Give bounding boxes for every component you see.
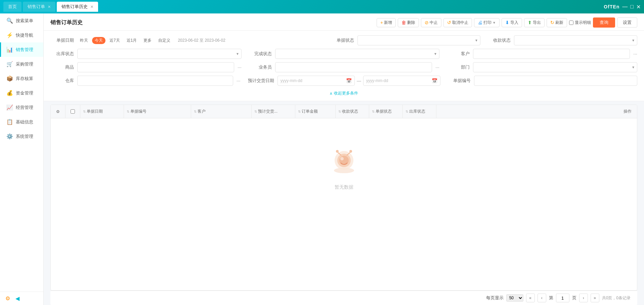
filter-field-complete-status: ▾ xyxy=(275,49,439,59)
sidebar-item-search-menu[interactable]: 🔍 搜索菜单 xyxy=(0,13,43,28)
th-delivery-sort-icon[interactable]: ⇅ xyxy=(254,110,257,113)
th-date-sort-icon[interactable]: ⇅ xyxy=(83,110,86,113)
th-outbound: ⇅ 出库状态 xyxy=(403,105,436,118)
date-chip-yesterday[interactable]: 昨天 xyxy=(77,37,91,44)
receipt-status-select[interactable]: ▾ xyxy=(514,35,637,45)
salesperson-dots-btn[interactable]: ··· xyxy=(435,65,439,70)
filter-label-customer: 客户 xyxy=(446,51,473,57)
page-size-select[interactable]: 50 10 20 100 xyxy=(506,294,523,302)
warehouse-dots-btn[interactable]: ··· xyxy=(237,78,241,83)
window-minimize-btn[interactable]: — xyxy=(622,4,628,10)
th-customer-sort-icon[interactable]: ⇅ xyxy=(194,110,197,113)
sidebar-item-finance-mgmt[interactable]: 💰 资金管理 xyxy=(0,86,43,100)
date-chip-today[interactable]: 今天 xyxy=(92,37,105,44)
complete-status-select[interactable]: ▾ xyxy=(275,49,439,59)
page-total: 共0页，0条记录 xyxy=(602,295,631,301)
sidebar-item-purchase-mgmt[interactable]: 🛒 采购管理 xyxy=(0,57,43,71)
th-no-sort-icon[interactable]: ⇅ xyxy=(127,110,129,113)
delivery-date-start-placeholder: yyyy-mm-dd xyxy=(281,78,302,83)
display-toggle[interactable]: 显示明细 xyxy=(569,20,591,26)
next-page-button[interactable]: › xyxy=(579,294,588,302)
th-amount-sort-icon[interactable]: ⇅ xyxy=(298,110,301,113)
sidebar-bottom: ⚙ ◀ xyxy=(0,292,43,305)
goods-dots-btn[interactable]: ··· xyxy=(238,65,242,70)
delivery-date-end-cal-icon[interactable]: 📅 xyxy=(432,78,437,83)
filter-label-bill-status: 单据状态 xyxy=(331,37,357,43)
th-outbound-sort-icon[interactable]: ⇅ xyxy=(405,110,408,113)
refresh-button[interactable]: ↻ 刷新 xyxy=(547,18,567,27)
th-receipt-sort-icon[interactable]: ⇅ xyxy=(338,110,341,113)
tab-sales-order[interactable]: 销售订单 ✕ xyxy=(23,2,55,12)
dept-select[interactable]: ▾ xyxy=(473,62,637,72)
salesperson-input[interactable] xyxy=(275,62,432,72)
query-button[interactable]: 查询 xyxy=(593,17,615,28)
first-page-button[interactable]: « xyxy=(526,294,535,302)
bill-no-input[interactable] xyxy=(474,76,637,86)
refresh-label: 刷新 xyxy=(555,20,563,26)
tab-home-label: 首页 xyxy=(8,4,17,10)
window-maximize-btn[interactable]: □ xyxy=(630,4,634,10)
date-chip-1month[interactable]: 近1月 xyxy=(124,37,140,44)
date-chip-7days[interactable]: 近7天 xyxy=(107,37,123,44)
display-toggle-checkbox[interactable] xyxy=(569,21,573,25)
delivery-date-start-cal-icon[interactable]: 📅 xyxy=(346,78,352,83)
sidebar-item-inventory-mgmt[interactable]: 📦 库存核算 xyxy=(0,71,43,86)
th-check[interactable] xyxy=(66,105,80,118)
filter-label-dept: 部门 xyxy=(446,64,473,70)
sidebar-item-sys-mgmt[interactable]: ⚙️ 系统管理 xyxy=(0,129,43,144)
sidebar-item-quick-nav-label: 快捷导航 xyxy=(16,32,33,38)
empty-text: 暂无数据 xyxy=(335,184,353,190)
goods-input[interactable] xyxy=(77,62,234,72)
page-word: 第 xyxy=(549,295,553,301)
th-amount-label: 订单金额 xyxy=(302,109,318,114)
sidebar-collapse-icon[interactable]: ◀ xyxy=(15,295,19,302)
stop-icon: ⊘ xyxy=(425,20,429,25)
last-page-button[interactable]: » xyxy=(591,294,599,302)
date-chip-custom[interactable]: 自定义 xyxy=(156,37,173,44)
th-delivery: ⇅ 预计交货... xyxy=(252,105,295,118)
tab-sales-order-history-close[interactable]: ✕ xyxy=(90,5,93,9)
delete-button[interactable]: 🗑 删除 xyxy=(398,18,419,27)
select-all-checkbox[interactable] xyxy=(71,109,75,114)
window-close-btn[interactable]: ✕ xyxy=(636,4,641,10)
collapse-label: 收起更多条件 xyxy=(334,90,358,96)
tab-home[interactable]: 首页 xyxy=(3,2,22,12)
table-area: ⚙ ⇅ 单据日期 ⇅ 单据编号 ⇅ 客户 ⇅ xyxy=(50,105,637,291)
table-empty-state: 暂无数据 xyxy=(51,118,637,211)
filter-label-salesperson: 业务员 xyxy=(248,64,275,70)
sidebar-item-sales-mgmt[interactable]: 📊 销售管理 xyxy=(0,42,43,57)
stop-button[interactable]: ⊘ 中止 xyxy=(421,18,441,27)
collapse-bar[interactable]: ∧ 收起更多条件 xyxy=(50,89,637,96)
bill-status-select[interactable]: ▾ xyxy=(357,35,481,45)
delivery-date-start[interactable]: yyyy-mm-dd 📅 xyxy=(277,76,355,86)
tab-sales-order-close[interactable]: ✕ xyxy=(48,5,51,9)
customer-dots-btn[interactable]: ··· xyxy=(633,51,637,56)
table-footer: 每页显示 50 10 20 100 « ‹ 第 页 › » 共0页，0条记录 xyxy=(50,291,637,305)
main-layout: 🔍 搜索菜单 ⚡ 快捷导航 📊 销售管理 🛒 采购管理 📦 库存核算 💰 资金管… xyxy=(0,13,644,305)
delivery-date-end[interactable]: yyyy-mm-dd 📅 xyxy=(363,76,440,86)
cancel-stop-button[interactable]: ↺ 取消中止 xyxy=(443,18,472,27)
tab-sales-order-history[interactable]: 销售订单历史 ✕ xyxy=(57,2,98,12)
sidebar-settings-icon[interactable]: ⚙ xyxy=(5,295,10,302)
export-button[interactable]: ⬆ 导出 xyxy=(524,18,545,27)
sidebar-item-quick-nav[interactable]: ⚡ 快捷导航 xyxy=(0,28,43,42)
th-outbound-label: 出库状态 xyxy=(409,109,425,114)
page-number-input[interactable] xyxy=(556,294,569,302)
date-chip-more[interactable]: 更多 xyxy=(141,37,154,44)
new-button[interactable]: + 新增 xyxy=(377,18,396,27)
th-gear[interactable]: ⚙ xyxy=(51,105,66,118)
sidebar-item-ops-mgmt[interactable]: 📈 经营管理 xyxy=(0,100,43,115)
th-status-sort-icon[interactable]: ⇅ xyxy=(372,110,375,113)
warehouse-input[interactable] xyxy=(77,76,233,86)
outbound-status-select[interactable]: ▾ xyxy=(77,49,242,59)
refresh-icon: ↻ xyxy=(550,20,554,25)
print-button[interactable]: 🖨 打印 ▼ xyxy=(474,18,500,27)
setting-button[interactable]: 设置 xyxy=(617,17,637,28)
top-bar: 首页 销售订单 ✕ 销售订单历史 ✕ OfTEn — □ ✕ xyxy=(0,0,644,13)
filter-field-dept: ▾ xyxy=(473,62,637,72)
import-button[interactable]: ⬇ 导入 xyxy=(502,18,522,27)
th-status: ⇅ 单据状态 xyxy=(369,105,403,118)
sidebar-item-basic-info[interactable]: 📋 基础信息 xyxy=(0,115,43,129)
prev-page-button[interactable]: ‹ xyxy=(538,294,546,302)
customer-input[interactable] xyxy=(473,49,630,59)
